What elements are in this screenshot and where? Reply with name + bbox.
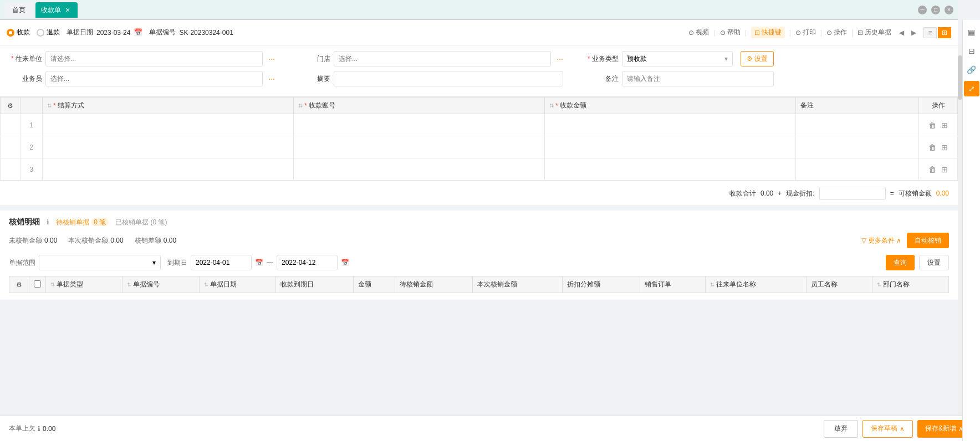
td-settlement-3[interactable] (43, 158, 294, 181)
td-account-2[interactable] (294, 136, 545, 158)
date-value[interactable]: 2023-03-24 (96, 29, 130, 37)
shop-field: 门店 ··· (297, 51, 563, 66)
td-settlement-1[interactable] (43, 114, 294, 136)
biz-type-select[interactable]: 预收款 ▾ (622, 51, 733, 66)
delete-icon-3[interactable]: 🗑 (928, 165, 936, 174)
table-row: 2 🗑 ⊞ (1, 136, 958, 158)
footer-info-icon[interactable]: ℹ (38, 425, 40, 433)
hexiao-info-icon[interactable]: ℹ (47, 218, 49, 226)
close-button[interactable]: × (945, 6, 953, 14)
td-account-1[interactable] (294, 114, 545, 136)
partner-input[interactable] (45, 51, 263, 66)
sidebar-list-icon[interactable]: ⊟ (964, 43, 979, 59)
discard-button[interactable]: 放弃 (824, 420, 858, 438)
td-actions-2: 🗑 ⊞ (919, 136, 958, 158)
help-link[interactable]: ⊙ 帮助 (720, 28, 741, 37)
date-to-input[interactable] (277, 255, 338, 270)
td-remark-3[interactable] (796, 158, 919, 181)
prev-arrow[interactable]: ◀ (896, 27, 907, 38)
nav-arrows: ◀ ▶ (896, 27, 919, 38)
print-link[interactable]: ⊙ 打印 (795, 28, 816, 37)
radio-receipt[interactable]: 收款 (7, 28, 30, 37)
history-link[interactable]: ⊟ 历史单据 (858, 28, 891, 37)
td-account-3[interactable] (294, 158, 545, 181)
hexiao-th-current: 本次核销金额 (472, 276, 562, 293)
td-amount-1[interactable] (545, 114, 796, 136)
operation-link[interactable]: ⊙ 操作 (826, 28, 847, 37)
calendar-from-icon[interactable]: 📅 (255, 259, 263, 266)
hexiao-settings-button[interactable]: 设置 (919, 255, 949, 270)
th-setting[interactable]: ⚙ (1, 98, 21, 114)
td-amount-2[interactable] (545, 136, 796, 158)
copy-icon-1[interactable]: ⊞ (941, 121, 948, 130)
settings-button[interactable]: ⚙ 设置 (741, 51, 774, 66)
draft-label: 保存草稿 (871, 424, 897, 433)
more-filter-btn[interactable]: ▽ 更多条件 ∧ (861, 236, 901, 245)
tab-home[interactable]: 首页 (4, 2, 33, 18)
plus-sign: + (778, 189, 782, 197)
calendar-to-icon[interactable]: 📅 (341, 259, 349, 266)
hexiao-th-checkbox[interactable] (29, 276, 46, 293)
remark-input[interactable] (622, 71, 774, 86)
scrollbar[interactable] (958, 44, 962, 416)
list-view-btn[interactable]: ≡ (923, 27, 937, 38)
date-from-input[interactable] (191, 255, 252, 270)
hexiao-th-due-date: 收款到期日 (275, 276, 353, 293)
td-remark-1[interactable] (796, 114, 919, 136)
summary-field: 摘要 (297, 71, 563, 86)
help-label: 帮助 (727, 28, 741, 37)
footer-actions: 放弃 保存草稿 ∧ 保存&新增 ∧ (824, 420, 971, 438)
draft-button[interactable]: 保存草稿 ∧ (862, 420, 913, 438)
auto-hexiao-button[interactable]: 自动核销 (907, 233, 949, 248)
next-arrow[interactable]: ▶ (908, 27, 919, 38)
staff-more-icon[interactable]: ··· (268, 74, 275, 83)
date-field: 单据日期 2023-03-24 📅 (67, 28, 142, 37)
sort-icon: ⇅ (47, 102, 52, 109)
query-button[interactable]: 查询 (886, 255, 915, 270)
td-amount-3[interactable] (545, 158, 796, 181)
shortcut-link[interactable]: ⊡ 快捷键 (751, 27, 785, 38)
diff-value: 0.00 (164, 237, 176, 244)
td-settlement-2[interactable] (43, 136, 294, 158)
summary-input[interactable] (334, 71, 563, 86)
save-new-label: 保存&新增 (925, 424, 956, 433)
hexiao-filters: 单据范围 ▾ 到期日 📅 — 📅 查询 设置 (9, 255, 949, 270)
maximize-button[interactable]: □ (931, 6, 940, 14)
partner-field: * 往来单位 ··· (9, 51, 275, 66)
select-all-checkbox[interactable] (34, 280, 41, 288)
radio-refund[interactable]: 退款 (37, 28, 60, 37)
partner-more-icon[interactable]: ··· (268, 54, 275, 63)
sidebar-table-icon[interactable]: ▤ (964, 24, 979, 40)
docnum-value[interactable]: SK-20230324-001 (179, 29, 233, 37)
shop-more-icon[interactable]: ··· (557, 54, 563, 63)
video-icon: ⊙ (688, 29, 694, 37)
diff-stat: 核销差额 0.00 (135, 236, 176, 245)
sidebar-link-icon[interactable]: 🔗 (964, 62, 979, 78)
staff-input[interactable] (45, 71, 263, 86)
shortcut-icon: ⊡ (754, 29, 760, 37)
td-remark-2[interactable] (796, 136, 919, 158)
hexiao-th-setting[interactable]: ⚙ (9, 276, 29, 293)
shop-input[interactable] (334, 51, 551, 66)
scrollbar-thumb[interactable] (958, 55, 962, 100)
history-label: 历史单据 (865, 28, 891, 37)
video-link[interactable]: ⊙ 视频 (688, 28, 709, 37)
pending-tab[interactable]: 待核销单据 0 笔 (56, 218, 109, 227)
sidebar-expand-icon[interactable]: ⤢ (964, 81, 979, 96)
copy-icon-3[interactable]: ⊞ (941, 165, 948, 174)
range-select[interactable]: ▾ (39, 255, 161, 270)
tab-close-icon[interactable]: × (65, 6, 70, 14)
minimize-button[interactable]: ─ (918, 6, 927, 14)
biz-type-value: 预收款 (627, 54, 647, 64)
th-row-num (21, 98, 43, 114)
delete-icon-1[interactable]: 🗑 (928, 121, 936, 130)
delete-icon-2[interactable]: 🗑 (928, 143, 936, 152)
hexiao-th-num: ⇅ 单据编号 (122, 276, 199, 293)
detail-view-btn[interactable]: ⊞ (938, 27, 951, 38)
th-settlement: ⇅ * 结算方式 (43, 98, 294, 114)
hexiao-stats: 未核销金额 0.00 本次核销金额 0.00 核销差额 0.00 ▽ 更多条件 … (9, 233, 949, 248)
copy-icon-2[interactable]: ⊞ (941, 143, 948, 152)
calendar-icon[interactable]: 📅 (134, 28, 142, 37)
tab-receipt[interactable]: 收款单 × (35, 2, 78, 18)
discount-input[interactable] (819, 187, 886, 200)
